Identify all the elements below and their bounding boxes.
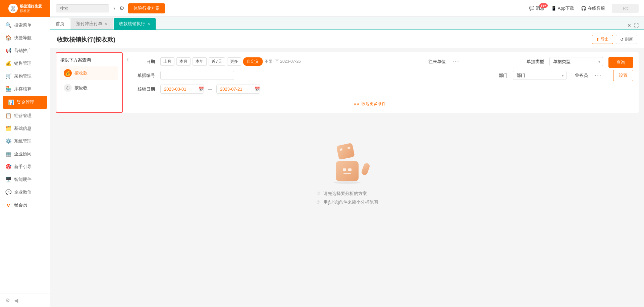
app-logo: 🐰 畅捷通好生意 标准版 [0, 0, 50, 17]
date-btn-this-year[interactable]: 本年 [193, 57, 207, 66]
sidebar-item-purchase[interactable]: 🛒 采购管理 [0, 70, 50, 83]
filter-panel: 按以下方案查询 💰 按收款 ⏱ 按应收 《 日期 上月 [56, 52, 639, 113]
newbie-icon: 🎯 [5, 164, 11, 170]
home-icon: 🏠 [5, 35, 11, 41]
sidebar-nav: 🔍 搜索菜单 🏠 快捷导航 📢 营销推广 💰 销售管理 🛒 采购管理 🏪 库存核… [0, 17, 50, 294]
filter-section-title: 按以下方案查询 [60, 57, 118, 63]
calendar-end-icon[interactable]: 📅 [255, 87, 260, 92]
date-btn-this-month[interactable]: 本月 [176, 57, 191, 66]
solution-button[interactable]: 体验行业方案 [128, 3, 165, 13]
close-window-icon[interactable]: ✕ [627, 23, 631, 28]
sidebar-item-search[interactable]: 🔍 搜索菜单 [0, 19, 50, 32]
refresh-button[interactable]: ↺ 刷新 [616, 35, 637, 44]
headset-icon: 🎧 [581, 6, 586, 11]
counterparty-select[interactable]: ··· [451, 58, 461, 65]
doc-type-select-wrapper: 单据类型 [549, 57, 603, 66]
date-btn-more[interactable]: 更多 [227, 57, 241, 66]
collapse-sidebar-icon[interactable]: ◀ [14, 297, 18, 304]
page-header: 收款核销执行(按收款) ⬆ 导出 ↺ 刷新 [50, 30, 644, 48]
tab-close-prepay[interactable]: ✕ [104, 22, 107, 26]
date-btn-last-month[interactable]: 上月 [160, 57, 174, 66]
tabbar-actions: ✕ ⛶ [627, 23, 644, 30]
topbar-search-input[interactable] [56, 4, 109, 12]
wechat-icon: 💬 [5, 189, 11, 195]
export-icon: ⬆ [596, 37, 599, 42]
collapse-filter-button[interactable]: 《 [123, 52, 131, 113]
tab-prepay[interactable]: 预付冲应付单 ✕ [71, 18, 113, 30]
calendar-start-icon[interactable]: 📅 [199, 87, 204, 92]
sidebar-item-newbie[interactable]: 🎯 新手引导 [0, 160, 50, 173]
receivable-option-icon: ⏱ [64, 84, 72, 92]
tabbar: 首页 预付冲应付单 ✕ 收款核销执行 ✕ ✕ ⛶ [50, 17, 644, 30]
export-button[interactable]: ⬆ 导出 [592, 35, 613, 44]
tab-home[interactable]: 首页 [50, 18, 70, 30]
filter-row-2: 单据编号 部门 部门 业务员 ··· [136, 71, 603, 80]
maximize-icon[interactable]: ⛶ [634, 23, 639, 28]
verify-date-start-input[interactable] [160, 85, 204, 94]
app-download-button[interactable]: 📱 App下载 [551, 5, 574, 11]
user-avatar[interactable]: Rit [612, 4, 639, 13]
search-icon: 🔍 [5, 22, 11, 28]
date-btn-custom[interactable]: 自定义 [243, 57, 263, 66]
sidebar-item-wechat[interactable]: 💬 企业微信 [0, 186, 50, 199]
sidebar-item-marketing[interactable]: 📢 营销推广 [0, 44, 50, 57]
sidebar-item-inventory[interactable]: 🏪 库存核算 [0, 83, 50, 95]
topbar-right-group: 💬 消息 99+ 📱 App下载 🎧 在线客服 Rit [529, 4, 639, 13]
setting-button[interactable]: 设置 [613, 70, 633, 81]
smart-hw-icon: 🖥️ [5, 176, 11, 183]
doc-type-label: 单据类型 [525, 59, 544, 65]
sidebar-item-quick-nav[interactable]: 🏠 快捷导航 [0, 32, 50, 44]
logo-text: 畅捷通好生意 标准版 [20, 4, 42, 13]
finance-icon: 📊 [8, 99, 14, 105]
message-badge: 99+ [539, 3, 548, 8]
content-area: 收款核销执行(按收款) ⬆ 导出 ↺ 刷新 按以下方案查询 💰 按收款 [50, 30, 644, 307]
message-button[interactable]: 💬 消息 99+ [529, 5, 544, 11]
counterparty-label: 往来单位 [427, 59, 446, 65]
basic-icon: 🗂️ [5, 125, 11, 132]
sidebar-item-basic[interactable]: 🗂️ 基础信息 [0, 122, 50, 135]
date-range-display: 不限 至 2023-07-26 [265, 59, 301, 64]
sidebar-item-smart-hw[interactable]: 🖥️ 智能硬件 [0, 173, 50, 186]
sidebar-item-operations[interactable]: 📋 经营管理 [0, 109, 50, 122]
message-icon: 💬 [529, 6, 534, 11]
empty-illustration [324, 144, 371, 184]
app-download-icon: 📱 [551, 6, 556, 11]
date-quick-group: 上月 本月 本年 近7天 更多 自定义 不限 至 2023-07-26 [160, 57, 301, 66]
page-actions: ⬆ 导出 ↺ 刷新 [592, 35, 637, 44]
dept-select[interactable]: 部门 [513, 71, 567, 80]
sidebar-item-finance[interactable]: 📊 资金管理 [3, 96, 47, 109]
filter-option-by-receipt[interactable]: 💰 按收款 [60, 66, 118, 80]
query-button[interactable]: 查询 [608, 57, 633, 68]
sidebar-item-sales[interactable]: 💰 销售管理 [0, 57, 50, 70]
dropdown-arrow-icon[interactable]: ▾ [113, 6, 115, 11]
doc-no-input[interactable] [160, 71, 234, 80]
filter-option-by-receivable[interactable]: ⏱ 按应收 [60, 81, 118, 95]
salesperson-select[interactable]: ··· [593, 72, 603, 79]
doc-type-select[interactable]: 单据类型 [549, 57, 603, 66]
marketing-icon: 📢 [5, 48, 11, 54]
tab-close-receipt-verify[interactable]: ✕ [147, 22, 150, 26]
empty-state: ① 请先选择要分析的方案 ② 用[过滤]条件来缩小分析范围 [50, 117, 644, 234]
receipt-option-icon: 💰 [64, 69, 72, 77]
filter-left-panel: 按以下方案查询 💰 按收款 ⏱ 按应收 [56, 52, 123, 113]
sidebar-item-system[interactable]: ⚙️ 系统管理 [0, 135, 50, 148]
filter-row-1: 日期 上月 本月 本年 近7天 更多 自定义 不限 至 2023-07-26 [136, 57, 603, 66]
tab-receipt-verify[interactable]: 收款核销执行 ✕ [114, 18, 156, 30]
logo-icon: 🐰 [8, 4, 18, 13]
verify-date-end-input[interactable] [216, 85, 260, 94]
online-service-button[interactable]: 🎧 在线客服 [581, 5, 605, 11]
salesperson-label: 业务员 [572, 72, 588, 79]
gear-icon[interactable]: ⚙ [119, 5, 124, 11]
collapse-more-button[interactable]: ∧∧ 收起更多条件 [136, 98, 603, 108]
date-btn-7days[interactable]: 近7天 [209, 57, 225, 66]
filter-row-3: 核销日期 📅 — 📅 [136, 85, 603, 94]
empty-tip-2: ② 用[过滤]条件来缩小分析范围 [316, 198, 378, 207]
sidebar-item-vip[interactable]: V 畅会员 [0, 199, 50, 211]
empty-tip-1: ① 请先选择要分析的方案 [316, 189, 378, 198]
verify-date-label: 核销日期 [136, 86, 155, 92]
inventory-icon: 🏪 [5, 86, 11, 92]
sidebar-item-enterprise[interactable]: 🏢 企业协同 [0, 148, 50, 160]
settings-icon[interactable]: ⚙ [5, 297, 10, 304]
doc-no-label: 单据编号 [136, 72, 155, 79]
main-content: ▾ ⚙ 体验行业方案 💬 消息 99+ 📱 App下载 🎧 在线客服 Rit 首… [50, 0, 644, 307]
